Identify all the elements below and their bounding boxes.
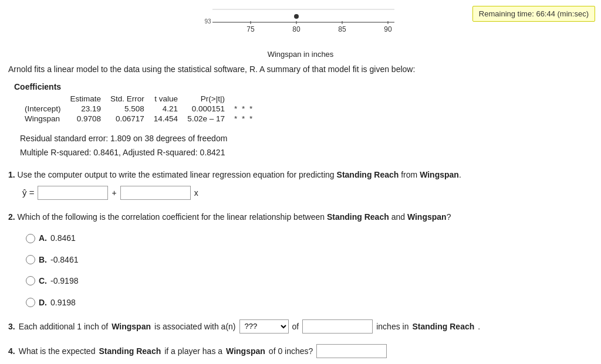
q2-bold1: Standing Reach — [327, 212, 389, 222]
question-4: 4. What is the expected Standing Reach i… — [8, 344, 593, 358]
q3-period: . — [478, 320, 480, 333]
q1-plus: + — [112, 186, 116, 199]
q4-text2: if a player has a — [164, 345, 222, 358]
coeff-intercept-name: (Intercept) — [20, 104, 68, 114]
coeff-intercept-estimate: 23.19 — [68, 104, 109, 114]
col-name-header — [20, 94, 68, 104]
q3-text-middle: is associated with a(n) — [154, 320, 236, 333]
q1-from: from — [401, 170, 417, 179]
q1-bold2: Wingspan — [420, 170, 459, 179]
chart-dot — [294, 14, 299, 19]
q2-value-a: 0.8461 — [50, 232, 76, 244]
q3-text-after: inches in — [376, 320, 408, 333]
q3-input-value[interactable] — [302, 319, 373, 334]
q4-input-answer[interactable] — [316, 344, 387, 358]
svg-text:85: 85 — [338, 25, 346, 33]
chart-container: 75 80 85 90 93 Wingspan in inches — [195, 5, 406, 59]
coefficients-section: Coefficients Estimate Std. Error t value… — [8, 82, 593, 124]
q2-value-c: -0.9198 — [50, 274, 78, 287]
page-wrapper: Remaining time: 66:44 (min:sec) 75 80 — [0, 0, 601, 364]
q2-question-mark: ? — [447, 212, 451, 222]
q2-text: Which of the following is the correlatio… — [18, 212, 325, 222]
question-3: 3. Each additional 1 inch of Wingspan is… — [8, 319, 593, 334]
q4-number: 4. — [8, 345, 15, 358]
q3-row: 3. Each additional 1 inch of Wingspan is… — [8, 319, 593, 334]
coefficients-title: Coefficients — [14, 82, 593, 91]
q2-radio-c[interactable] — [26, 276, 35, 285]
chart-svg: 75 80 85 90 93 — [195, 5, 406, 43]
q2-option-b: B. -0.8461 — [26, 253, 593, 266]
q2-radio-b[interactable] — [26, 255, 35, 264]
y-hat-symbol: ŷ = — [22, 186, 34, 200]
q1-bold1: Standing Reach — [337, 170, 399, 179]
q2-option-d: D. 0.9198 — [26, 296, 593, 309]
q1-period: . — [459, 170, 461, 179]
coeff-wingspan-pr: 5.02e – 17 — [185, 114, 232, 124]
q3-text-before: Each additional 1 inch of — [19, 320, 109, 333]
q1-input-intercept[interactable] — [38, 186, 108, 200]
coeff-row-wingspan: Wingspan 0.9708 0.06717 14.454 5.02e – 1… — [20, 114, 261, 124]
residuals-line2: Multiple R-squared: 0.8461, Adjusted R-s… — [20, 146, 593, 160]
residuals-line1: Residual standard error: 1.809 on 38 deg… — [20, 132, 593, 146]
coeff-wingspan-stars: * * * — [232, 114, 261, 124]
q4-text: What is the expected — [19, 345, 96, 358]
svg-text:90: 90 — [384, 25, 392, 33]
coeff-wingspan-tvalue: 14.454 — [151, 114, 185, 124]
q1-number: 1. — [8, 170, 15, 179]
col-stars-header — [232, 94, 261, 104]
svg-text:93: 93 — [204, 18, 211, 25]
q1-x-label: x — [194, 186, 198, 199]
q2-label-a: A. — [39, 232, 47, 244]
q2-label-b: B. — [39, 253, 47, 266]
col-estimate-header: Estimate — [68, 94, 109, 104]
x-axis-label: Wingspan in inches — [195, 50, 406, 59]
col-stderr-header: Std. Error — [108, 94, 151, 104]
q2-label-c: C. — [39, 274, 47, 287]
q4-text3: of 0 inches? — [269, 345, 313, 358]
q1-text: Use the computer output to write the est… — [18, 170, 335, 179]
coeff-intercept-pr: 0.000151 — [185, 104, 232, 114]
q4-row: 4. What is the expected Standing Reach i… — [8, 344, 593, 358]
q2-radio-d[interactable] — [26, 298, 35, 307]
equation-row: ŷ = + x — [22, 186, 593, 200]
question-2: 2. Which of the following is the correla… — [8, 210, 593, 309]
q2-bold2: Wingspan — [407, 212, 447, 222]
coefficients-table: Estimate Std. Error t value Pr(>|t|) (In… — [20, 94, 261, 124]
intro-text: Arnold fits a linear model to the data u… — [8, 64, 593, 74]
coeff-wingspan-stderr: 0.06717 — [108, 114, 151, 124]
q2-option-a: A. 0.8461 — [26, 232, 593, 244]
col-tvalue-header: t value — [151, 94, 185, 104]
chart-section: 75 80 85 90 93 Wingspan in inches — [0, 0, 601, 59]
coeff-wingspan-name: Wingspan — [20, 114, 68, 124]
q2-value-b: -0.8461 — [50, 253, 78, 266]
main-content: Arnold fits a linear model to the data u… — [0, 59, 601, 364]
svg-text:75: 75 — [247, 25, 255, 33]
q2-value-d: 0.9198 — [50, 296, 76, 309]
q2-radio-a[interactable] — [26, 234, 35, 243]
coeff-intercept-tvalue: 4.21 — [151, 104, 185, 114]
coeff-row-intercept: (Intercept) 23.19 5.508 4.21 0.000151 * … — [20, 104, 261, 114]
q1-input-slope[interactable] — [120, 186, 191, 200]
q2-and: and — [391, 212, 405, 222]
coeff-intercept-stars: * * * — [232, 104, 261, 114]
q3-text-of: of — [292, 320, 299, 333]
col-pr-header: Pr(>|t|) — [185, 94, 232, 104]
svg-text:80: 80 — [292, 25, 300, 33]
coeff-header-row: Estimate Std. Error t value Pr(>|t|) — [20, 94, 261, 104]
residuals-section: Residual standard error: 1.809 on 38 deg… — [20, 132, 593, 160]
q3-bold2: Standing Reach — [412, 320, 474, 333]
q2-label-d: D. — [39, 296, 47, 309]
q4-bold2: Wingspan — [226, 345, 265, 358]
question-1: 1. Use the computer output to write the … — [8, 168, 593, 200]
coeff-wingspan-estimate: 0.9708 — [68, 114, 109, 124]
q2-number: 2. — [8, 212, 15, 222]
chart-area: 75 80 85 90 93 — [195, 5, 406, 49]
q3-number: 3. — [8, 320, 15, 333]
q2-option-c: C. -0.9198 — [26, 274, 593, 287]
q3-bold1: Wingspan — [112, 320, 151, 333]
coeff-intercept-stderr: 5.508 — [108, 104, 151, 114]
q4-bold1: Standing Reach — [99, 345, 161, 358]
q3-dropdown[interactable]: ??? increase decrease — [239, 319, 289, 334]
